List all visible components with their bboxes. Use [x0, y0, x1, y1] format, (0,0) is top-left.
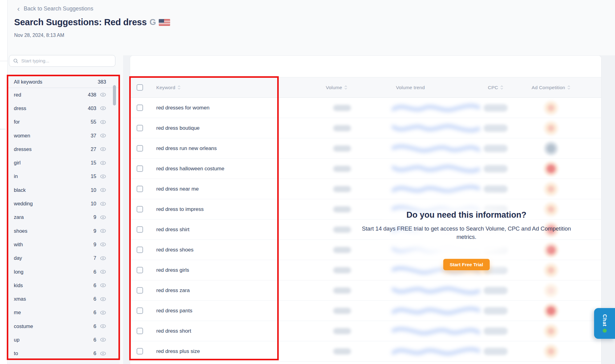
sidebar-keyword-row[interactable]: women 37 [8, 129, 119, 142]
eye-icon[interactable] [100, 215, 106, 220]
sort-icon[interactable] [344, 85, 347, 90]
eye-icon[interactable] [100, 147, 106, 151]
column-header-cpc[interactable]: CPC [477, 77, 514, 97]
column-header-volume[interactable]: Volume [301, 77, 347, 97]
blurred-ad-competition-indicator [543, 303, 559, 319]
row-checkbox[interactable] [137, 165, 143, 172]
eye-icon[interactable] [100, 120, 106, 124]
sidebar-keyword-row[interactable]: wedding 10 [8, 197, 119, 210]
search-input[interactable]: Start typing... [21, 58, 49, 64]
sidebar-scrollbar-thumb[interactable] [113, 85, 116, 105]
sidebar-keyword-row[interactable]: shoes 9 [8, 224, 119, 238]
sidebar-keyword-row[interactable]: for 55 [8, 115, 119, 129]
row-keyword: red dress boutique [156, 125, 200, 131]
eye-icon[interactable] [100, 311, 106, 315]
sort-icon[interactable] [567, 85, 570, 90]
sidebar-keyword-row[interactable]: with 9 [8, 238, 119, 251]
sidebar-keyword-row[interactable]: zara 9 [8, 211, 119, 224]
sidebar-keyword-row[interactable]: red 438 [8, 88, 119, 101]
row-checkbox[interactable] [137, 328, 143, 334]
sidebar-keyword-row[interactable]: black 10 [8, 183, 119, 197]
eye-icon[interactable] [100, 338, 106, 342]
blurred-ad-competition-indicator [543, 160, 559, 177]
row-checkbox[interactable] [137, 226, 143, 233]
keyword-count: 9 [94, 214, 96, 220]
keyword-term: black [14, 187, 26, 193]
blurred-volume-trend-sparkline [391, 283, 481, 299]
sidebar-keyword-row[interactable]: girl 15 [8, 156, 119, 169]
eye-icon[interactable] [100, 174, 106, 179]
eye-icon[interactable] [100, 324, 106, 328]
column-header-keyword[interactable]: Keyword [156, 77, 181, 97]
eye-icon[interactable] [100, 283, 106, 287]
sort-icon[interactable] [500, 85, 503, 90]
row-checkbox[interactable] [137, 206, 143, 212]
sidebar-keyword-row[interactable]: costume 6 [8, 319, 119, 333]
blurred-cpc-value [484, 125, 508, 132]
all-keywords-row[interactable]: All keywords 383 [8, 76, 119, 88]
sidebar-keyword-row[interactable]: day 7 [8, 251, 119, 265]
sidebar-keyword-row[interactable]: on 6 [8, 360, 119, 364]
keyword-term: red [14, 92, 21, 98]
back-link[interactable]: ‹ Back to Search Suggestions [17, 6, 93, 12]
row-checkbox[interactable] [137, 267, 143, 273]
row-checkbox[interactable] [137, 125, 143, 131]
search-icon [13, 58, 18, 63]
row-keyword: red dress zara [156, 287, 190, 294]
row-checkbox[interactable] [137, 348, 143, 354]
table-row: red dress halloween costume [130, 159, 601, 179]
sort-icon[interactable] [178, 85, 181, 90]
column-header-volume-trend: Volume trend [396, 77, 425, 97]
row-checkbox[interactable] [137, 287, 143, 294]
keyword-filter-search[interactable]: Start typing... [9, 55, 115, 67]
eye-icon[interactable] [100, 93, 106, 97]
eye-icon[interactable] [100, 202, 106, 206]
sidebar-keyword-row[interactable]: xmas 6 [8, 292, 119, 306]
keyword-group-list: All keywords 383 red 438 dress 403 for 5… [8, 76, 119, 364]
eye-icon[interactable] [100, 256, 106, 260]
blurred-volume-value [333, 125, 351, 131]
eye-icon[interactable] [100, 161, 106, 165]
eye-icon[interactable] [100, 188, 106, 192]
google-g-icon: G [150, 18, 156, 26]
eye-icon[interactable] [100, 106, 106, 110]
eye-icon[interactable] [100, 270, 106, 274]
eye-icon[interactable] [100, 229, 106, 233]
page-title: Search Suggestions: Red dress [14, 17, 147, 27]
sidebar-keyword-row[interactable]: long 6 [8, 265, 119, 279]
keyword-count: 27 [91, 146, 96, 152]
keyword-term: me [14, 310, 21, 315]
sidebar-keyword-row[interactable]: up 6 [8, 333, 119, 346]
row-checkbox[interactable] [137, 186, 143, 192]
eye-icon[interactable] [100, 133, 106, 138]
sidebar-keyword-row[interactable]: in 15 [8, 170, 119, 183]
row-checkbox[interactable] [137, 247, 143, 253]
rail-dashed-divider [0, 129, 6, 129]
collapsed-nav-rail [0, 0, 8, 364]
row-checkbox[interactable] [137, 145, 143, 152]
sidebar-keyword-row[interactable]: dresses 27 [8, 142, 119, 156]
blurred-volume-trend-sparkline [391, 161, 481, 177]
column-header-ad-competition[interactable]: Ad Competition [517, 77, 585, 97]
chat-widget-button[interactable]: Chat [594, 308, 615, 339]
eye-icon[interactable] [100, 297, 106, 301]
select-all-checkbox[interactable] [137, 84, 143, 91]
sidebar-keyword-row[interactable]: dress 403 [8, 101, 119, 115]
keyword-count: 37 [91, 133, 96, 139]
row-checkbox[interactable] [137, 105, 143, 111]
chat-label: Chat [601, 314, 608, 326]
blurred-volume-value [333, 267, 351, 273]
sidebar-keyword-row[interactable]: me 6 [8, 306, 119, 319]
sidebar-keyword-row[interactable]: to 6 [8, 347, 119, 360]
blurred-cpc-value [484, 165, 508, 172]
blurred-volume-value [333, 227, 351, 233]
sidebar-keyword-row[interactable]: kids 6 [8, 279, 119, 292]
blurred-volume-value [333, 348, 351, 354]
keyword-term: women [14, 133, 30, 139]
start-free-trial-button[interactable]: Start Free Trial [443, 259, 490, 270]
eye-icon[interactable] [100, 242, 106, 247]
row-keyword: red dress short [156, 328, 191, 334]
blurred-cpc-value [484, 104, 508, 112]
eye-icon[interactable] [100, 351, 106, 356]
row-checkbox[interactable] [137, 307, 143, 314]
